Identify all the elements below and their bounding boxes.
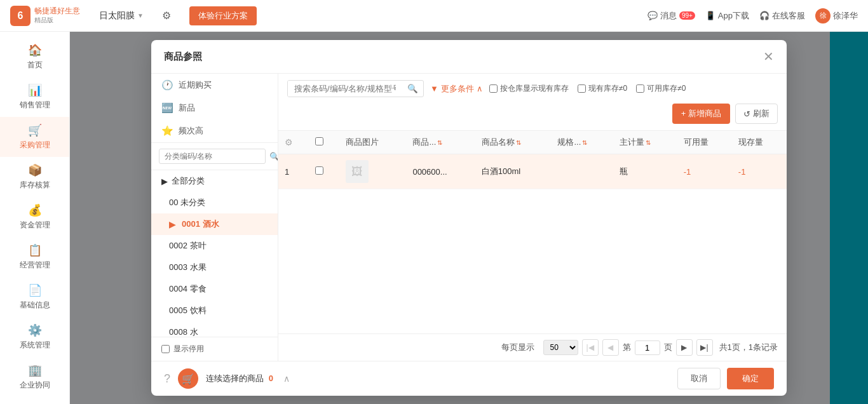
page-suffix-zh: 页 xyxy=(664,342,672,353)
page-prev-button[interactable]: ◀ xyxy=(602,339,619,356)
selected-count: 0 xyxy=(269,374,273,383)
cancel-button[interactable]: 取消 xyxy=(677,368,721,389)
existing-stock-checkbox[interactable] xyxy=(578,84,586,93)
col-unit[interactable]: 主计量⇅ xyxy=(613,131,677,154)
show-disabled-label[interactable]: 显示停用 xyxy=(161,344,268,354)
product-search-input[interactable] xyxy=(288,81,402,97)
page-number-input[interactable] xyxy=(635,340,660,355)
logo-icon: 6 xyxy=(10,6,31,26)
message-badge: 99+ xyxy=(679,11,695,20)
check-existing-stock[interactable]: 现有库存≠0 xyxy=(578,83,627,94)
phone-icon: 📱 xyxy=(705,11,715,20)
product-search-button[interactable]: 🔍 xyxy=(402,81,423,97)
category-snack[interactable]: 0004 零食 xyxy=(151,278,278,300)
table-row[interactable]: 1 🖼 000600... 白酒100ml 瓶 xyxy=(278,154,787,189)
app-download-button[interactable]: 📱 App下载 xyxy=(705,10,749,22)
star-icon: ⭐ xyxy=(161,125,173,137)
cell-checkbox[interactable] xyxy=(309,154,339,189)
check-available-stock[interactable]: 可用库存≠0 xyxy=(636,83,686,94)
col-settings[interactable]: ⚙ xyxy=(278,131,309,154)
modal-left-footer: 显示停用 xyxy=(151,337,278,361)
add-product-button[interactable]: + 新增商品 xyxy=(672,104,730,124)
sidebar-item-business[interactable]: 📋 经营管理 xyxy=(0,237,69,277)
sidebar-item-home[interactable]: 🏠 首页 xyxy=(0,37,69,77)
page-last-button[interactable]: ▶| xyxy=(696,339,713,356)
cart-icon[interactable]: 🛒 xyxy=(178,368,198,389)
category-fruit[interactable]: 0003 水果 xyxy=(151,257,278,278)
chevron-up-icon: ∧ xyxy=(477,84,483,93)
purchase-icon: 🛒 xyxy=(28,123,42,137)
col-code[interactable]: 商品...⇅ xyxy=(406,131,475,154)
messages-button[interactable]: 💬 消息 99+ xyxy=(648,10,695,22)
trial-button[interactable]: 体验行业方案 xyxy=(189,6,257,25)
modal-overlay: 商品参照 ✕ 🕐 近期购买 🆕 xyxy=(70,32,868,404)
help-icon[interactable]: ? xyxy=(164,372,170,386)
finance-icon: 💰 xyxy=(28,203,42,217)
sales-icon: 📊 xyxy=(28,83,42,97)
nav-dropdown[interactable]: 日太阳膜 ▼ xyxy=(99,10,144,22)
category-search-bar: 🔍 « xyxy=(151,143,278,170)
footer-actions: 取消 确定 xyxy=(677,368,774,389)
refresh-button[interactable]: ↺ 刷新 xyxy=(735,104,778,124)
nav-center: 日太阳膜 ▼ ⚙ 体验行业方案 xyxy=(86,6,648,26)
modal-body: 🕐 近期购买 🆕 新品 ⭐ 频次高 xyxy=(151,74,787,361)
cell-seq: 1 xyxy=(278,154,309,189)
sidebar-item-purchase[interactable]: 🛒 采购管理 xyxy=(0,117,69,157)
category-search-icon[interactable]: 🔍 xyxy=(269,152,278,161)
logo-text: 畅捷通好生意 xyxy=(34,6,80,17)
category-search-input[interactable] xyxy=(159,149,266,164)
sidebar-item-sales[interactable]: 📊 销售管理 xyxy=(0,77,69,117)
category-tea[interactable]: 0002 茶叶 xyxy=(151,235,278,257)
tab-high-frequency[interactable]: ⭐ 频次高 xyxy=(151,119,278,142)
warehouse-stock-checkbox[interactable] xyxy=(489,84,498,93)
col-stock: 现存量 xyxy=(732,131,787,154)
col-name[interactable]: 商品名称⇅ xyxy=(475,131,552,154)
product-table-wrap: ⚙ 商品图片 商品...⇅ 商品名称⇅ 规格...⇅ 主计量⇅ 可用量 现存量 xyxy=(278,131,787,333)
toolbar-checkboxes: 按仓库显示现有库存 现有库存≠0 可用库存≠0 xyxy=(489,83,686,94)
category-uncategorized[interactable]: 00 未分类 xyxy=(151,192,278,213)
sidebar-item-system[interactable]: ⚙️ 系统管理 xyxy=(0,317,69,357)
check-warehouse-stock[interactable]: 按仓库显示现有库存 xyxy=(489,83,569,94)
col-checkbox[interactable] xyxy=(309,131,339,154)
sidebar-item-finance[interactable]: 💰 资金管理 xyxy=(0,197,69,237)
more-filter-button[interactable]: ▼ 更多条件 ∧ xyxy=(430,83,483,95)
online-service-button[interactable]: 🎧 在线客服 xyxy=(759,10,805,22)
page-first-button[interactable]: |◀ xyxy=(582,339,599,356)
show-disabled-checkbox[interactable] xyxy=(161,345,170,353)
category-list: ▶ 全部分类 00 未分类 ▶ 0001 酒水 0002 茶 xyxy=(151,170,278,337)
product-table: ⚙ 商品图片 商品...⇅ 商品名称⇅ 规格...⇅ 主计量⇅ 可用量 现存量 xyxy=(278,131,787,189)
selected-label: 连续选择的商品 0 xyxy=(206,373,276,384)
category-water[interactable]: 0008 水 xyxy=(151,321,278,337)
select-all-checkbox[interactable] xyxy=(315,137,323,145)
new-icon: 🆕 xyxy=(161,102,173,114)
sidebar-item-enterprise[interactable]: 🏢 企业协同 xyxy=(0,357,69,397)
tab-new-product[interactable]: 🆕 新品 xyxy=(151,97,278,119)
refresh-icon: ↺ xyxy=(743,109,750,119)
top-nav: 6 畅捷通好生意 精品版 日太阳膜 ▼ ⚙ 体验行业方案 💬 消息 99+ 📱 … xyxy=(0,0,868,32)
user-profile-button[interactable]: 徐 徐泽华 xyxy=(815,8,858,24)
chevron-down-icon: ▼ xyxy=(137,12,144,19)
sidebar-item-basic[interactable]: 📄 基础信息 xyxy=(0,277,69,317)
row-checkbox[interactable] xyxy=(315,166,323,175)
category-all[interactable]: ▶ 全部分类 xyxy=(151,170,278,192)
footer-collapse-button[interactable]: ∧ xyxy=(283,374,290,384)
toolbar-actions: + 新增商品 ↺ 刷新 xyxy=(672,104,778,124)
active-expand-icon: ▶ xyxy=(169,220,175,229)
category-beverage[interactable]: 0005 饮料 xyxy=(151,300,278,321)
modal-right-panel: 🔍 ▼ 更多条件 ∧ 按仓库显示现有库存 xyxy=(278,74,787,361)
page-total-info: 共1页，1条记录 xyxy=(719,342,778,353)
available-stock-checkbox[interactable] xyxy=(636,84,644,93)
modal-header: 商品参照 ✕ xyxy=(151,40,787,74)
modal-close-button[interactable]: ✕ xyxy=(763,49,774,64)
message-icon: 💬 xyxy=(648,11,658,20)
tab-recent-purchase[interactable]: 🕐 近期购买 xyxy=(151,74,278,97)
col-spec[interactable]: 规格...⇅ xyxy=(551,131,613,154)
per-page-select[interactable]: 50 20 100 xyxy=(543,340,578,355)
sidebar-item-guide[interactable]: 🔰 新手引导 xyxy=(0,397,69,404)
page-label-zh: 第 xyxy=(623,342,631,353)
page-next-button[interactable]: ▶ xyxy=(676,339,693,356)
sidebar-item-inventory[interactable]: 📦 库存核算 xyxy=(0,157,69,197)
confirm-button[interactable]: 确定 xyxy=(727,368,774,389)
category-alcohol[interactable]: ▶ 0001 酒水 xyxy=(151,213,278,235)
settings-button[interactable]: ⚙ xyxy=(156,6,177,26)
